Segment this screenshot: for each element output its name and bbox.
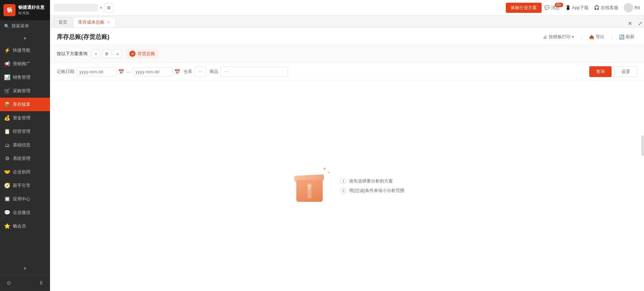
- guide-icon: 🧭: [4, 183, 10, 189]
- hint-number-1: 1: [340, 178, 346, 184]
- sidebar-search[interactable]: 🔍 搜索菜单: [0, 20, 50, 32]
- quick-nav-icon: ⚡: [4, 47, 10, 53]
- filter-section-label: 按以下方案查询: [57, 51, 88, 57]
- refresh-icon: 🔄: [619, 34, 624, 40]
- empty-hint-2: 2 用[过滤]条件来缩小分析范围: [340, 188, 404, 194]
- warehouse-more-icon: ···: [198, 69, 202, 75]
- scheme-icon-symbol: ♻: [131, 52, 134, 56]
- app-download-item[interactable]: 📱 App下载: [565, 5, 589, 11]
- date-end-input[interactable]: [132, 67, 173, 76]
- sidebar-item-label: 库存核算: [13, 101, 30, 107]
- date-label: 记账日期: [57, 69, 74, 75]
- sidebar-item-basic-info[interactable]: 🗂 基础信息: [0, 138, 50, 152]
- online-service-label: 在线客服: [601, 5, 618, 11]
- product-more-btn[interactable]: ···: [220, 67, 288, 77]
- audio-footer-icon[interactable]: ⏸: [36, 278, 46, 288]
- refresh-btn[interactable]: 🔄 刷新: [616, 32, 637, 41]
- hint-text-2: 用[过滤]条件来缩小分析范围: [349, 188, 404, 194]
- product-label: 商品: [209, 69, 218, 75]
- sidebar-item-guide[interactable]: 🧭 新手引导: [0, 179, 50, 192]
- operations-icon: 📋: [4, 128, 10, 135]
- scheme-icon: ♻: [129, 51, 135, 57]
- app-center-icon: 🔲: [4, 196, 10, 202]
- print-arrow-icon: ▾: [572, 35, 574, 39]
- message-item[interactable]: 💬 消息 99+: [544, 5, 560, 11]
- logo-icon: 畅: [3, 4, 16, 16]
- enterprise-icon: 🤝: [4, 169, 10, 175]
- side-handle[interactable]: [641, 136, 644, 156]
- sidebar-item-label: 应用中心: [13, 196, 30, 202]
- main-area: ▾ ⚙ 体验行业方案 💬 消息 99+ 📱 App下载 🎧 在线客服 Rit: [50, 0, 644, 291]
- sidebar-item-label: 基础信息: [13, 142, 30, 148]
- hint-number-2: 2: [340, 188, 346, 194]
- calendar-start-icon[interactable]: 📅: [118, 69, 124, 74]
- sidebar-item-membership[interactable]: ⭐ 畅会员: [0, 219, 50, 233]
- sidebar-item-quick-nav[interactable]: ⚡ 快捷导航: [0, 44, 50, 57]
- export-icon: 📤: [589, 34, 594, 40]
- empty-illustration: ✦ ✦ ?: [290, 166, 330, 206]
- breadcrumb-input[interactable]: [54, 4, 98, 11]
- date-start-input[interactable]: [76, 67, 117, 76]
- filter-add-btn[interactable]: +: [92, 49, 100, 58]
- tab-inventory-ledger[interactable]: 库存成本总账 ×: [73, 17, 116, 27]
- warehouse-more-btn[interactable]: ···: [194, 67, 206, 77]
- query-btn[interactable]: 查询: [589, 66, 612, 77]
- sidebar-item-purchase[interactable]: 🛒 采购管理: [0, 84, 50, 98]
- empty-state: ✦ ✦ ? 1 请先选择要分析的方案: [50, 81, 644, 291]
- filter-bar: 按以下方案查询 + ⚙ « ♻ 存货总账: [50, 45, 644, 63]
- marketing-icon: 📢: [4, 61, 10, 67]
- wechat-icon: 💬: [4, 210, 10, 216]
- tab-close-window-btn[interactable]: ✕: [626, 19, 634, 27]
- system-icon: ⚙: [4, 155, 10, 162]
- app-download-label: App下载: [572, 5, 589, 11]
- sidebar-item-label: 企业协同: [13, 169, 30, 175]
- tab-close-btn[interactable]: ×: [106, 20, 111, 25]
- product-filter-group: 商品 ···: [209, 67, 288, 77]
- sidebar-item-marketing[interactable]: 📢 营销推广: [0, 57, 50, 71]
- online-service-item[interactable]: 🎧 在线客服: [594, 5, 618, 11]
- print-btn[interactable]: 🖨 按模板打印 ▾: [540, 32, 577, 41]
- headset-icon: 🎧: [594, 5, 599, 10]
- sidebar-item-enterprise[interactable]: 🤝 企业协同: [0, 165, 50, 179]
- message-icon: 💬: [544, 5, 550, 10]
- tab-bar: 首页 库存成本总账 × ✕ ⤢: [50, 16, 644, 28]
- sidebar-item-finance[interactable]: 💰 资金管理: [0, 111, 50, 125]
- sidebar-item-label: 资金管理: [13, 115, 30, 121]
- settings-footer-icon[interactable]: ⚙: [4, 278, 14, 288]
- inventory-icon: 📦: [4, 101, 10, 107]
- sidebar-item-label: 销售管理: [13, 74, 30, 80]
- search-label: 搜索菜单: [11, 23, 29, 29]
- export-btn[interactable]: 📤 导出: [586, 32, 607, 41]
- refresh-label: 刷新: [626, 34, 635, 40]
- filter-settings-btn[interactable]: ⚙: [102, 49, 111, 58]
- sparkle-small-icon: ✦: [327, 171, 330, 174]
- user-item[interactable]: Rit: [624, 3, 640, 13]
- search-icon: 🔍: [4, 24, 9, 29]
- sidebar-item-sales[interactable]: 📊 销售管理: [0, 71, 50, 84]
- sidebar-item-wechat[interactable]: 💬 企业微信: [0, 206, 50, 219]
- sidebar: 畅 畅捷通好生意 标准版 🔍 搜索菜单 ▲ ⚡ 快捷导航 📢 营销推广 📊 销售…: [0, 0, 50, 291]
- collapse-icon: «: [116, 51, 119, 56]
- sidebar-item-label: 快捷导航: [13, 47, 30, 53]
- calendar-end-icon[interactable]: 📅: [174, 69, 180, 74]
- scheme-item-inventory[interactable]: ♻ 存货总账: [126, 49, 158, 58]
- print-icon: 🖨: [543, 34, 547, 40]
- tab-expand-btn[interactable]: ⤢: [636, 19, 644, 27]
- filter-gear-icon: ⚙: [105, 51, 109, 56]
- sidebar-item-inventory[interactable]: 📦 库存核算: [0, 98, 50, 111]
- sidebar-item-app-center[interactable]: 🔲 应用中心: [0, 192, 50, 206]
- filter-actions: + ⚙ «: [92, 49, 122, 58]
- divider1: |: [581, 34, 582, 40]
- settings-btn[interactable]: 设置: [614, 66, 637, 77]
- home-tab-label: 首页: [58, 19, 67, 25]
- warehouse-filter-group: 仓库 ···: [183, 67, 206, 77]
- topbar-settings-icon[interactable]: ⚙: [104, 3, 114, 13]
- scroll-down-btn[interactable]: ▼: [21, 264, 29, 273]
- industry-btn[interactable]: 体验行业方案: [506, 3, 542, 13]
- tab-home[interactable]: 首页: [53, 17, 72, 27]
- sidebar-item-system[interactable]: ⚙ 系统管理: [0, 152, 50, 165]
- sidebar-footer: ⚙ ⏸: [0, 274, 50, 291]
- sidebar-item-operations[interactable]: 📋 经营管理: [0, 125, 50, 138]
- scroll-up-btn[interactable]: ▲: [21, 33, 29, 42]
- filter-collapse-btn[interactable]: «: [113, 49, 122, 58]
